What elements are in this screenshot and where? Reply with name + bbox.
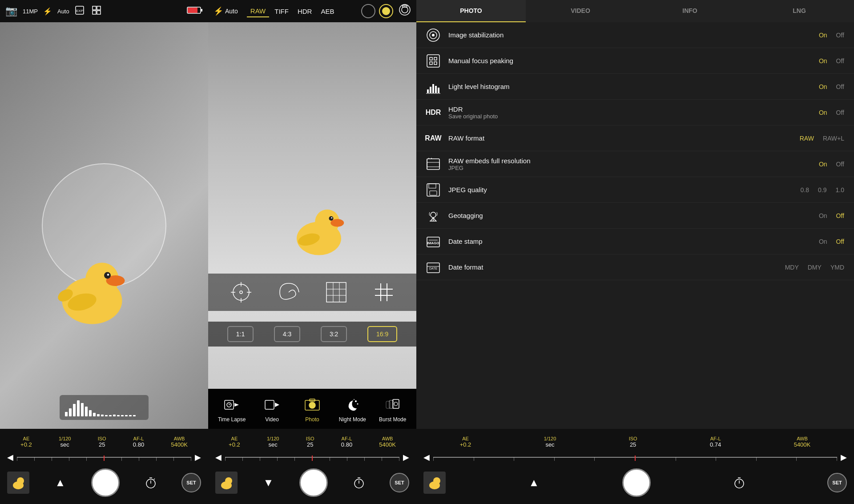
timer-icon[interactable]	[142, 474, 160, 492]
mode-burst[interactable]: Burst Mode	[373, 395, 413, 423]
geotagging-label: Geotagging	[448, 212, 816, 219]
svg-rect-4	[93, 11, 96, 14]
flash-auto-label: Auto	[57, 8, 69, 15]
focus-peaking-off[interactable]: Off	[834, 56, 847, 66]
slider-left-arrow-mid[interactable]: ◀	[215, 452, 222, 462]
date-stamp-off[interactable]: Off	[834, 236, 847, 247]
exposure-slider[interactable]: ◀	[7, 450, 201, 465]
toggle-off[interactable]	[361, 4, 375, 18]
date-ymd[interactable]: YMD	[828, 262, 847, 273]
date-mdy[interactable]: MDY	[782, 262, 802, 273]
tab-lng[interactable]: LNG	[745, 0, 854, 22]
slider-left-arrow[interactable]: ◀	[7, 452, 13, 462]
mode-photo[interactable]: Photo	[292, 395, 332, 423]
tab-video[interactable]: VIDEO	[526, 0, 635, 22]
viewfinder-middle[interactable]: 1:1 4:3 3:2 16:9	[208, 22, 416, 389]
svg-point-18	[17, 477, 24, 484]
focus-peaking-on[interactable]: On	[816, 56, 830, 66]
svg-text:DATE: DATE	[429, 267, 437, 270]
shutter-button-left[interactable]	[91, 468, 120, 497]
flash-icon[interactable]: ⚡	[43, 7, 52, 16]
date-dmy[interactable]: DMY	[805, 262, 824, 273]
grid3x3-icon[interactable]	[323, 279, 350, 306]
ratio-4x3[interactable]: 4:3	[274, 326, 300, 342]
mode-timelapse[interactable]: Time Lapse	[212, 395, 252, 423]
jpeg-q09[interactable]: 0.9	[815, 185, 829, 195]
timer-icon-mid[interactable]	[350, 474, 368, 492]
raw-format-rawl[interactable]: RAW+L	[820, 133, 847, 144]
svg-point-50	[309, 402, 315, 408]
grid2x2-icon[interactable]	[371, 279, 397, 306]
exposure-slider-middle[interactable]: ◀	[215, 450, 409, 465]
geotagging-on[interactable]: On	[816, 210, 830, 221]
mode-night[interactable]: Night Mode	[332, 395, 372, 423]
toggle-on[interactable]	[379, 4, 393, 18]
grid-icon[interactable]	[92, 5, 101, 17]
svg-rect-8	[201, 9, 202, 12]
timelapse-label: Time Lapse	[218, 416, 246, 423]
histogram-label: Light level histogram	[448, 83, 816, 90]
jpeg-q08[interactable]: 0.8	[798, 185, 812, 195]
spiral-icon[interactable]	[275, 279, 302, 306]
jpeg-q10[interactable]: 1.0	[833, 185, 847, 195]
raw-embed-on[interactable]: On	[816, 159, 830, 169]
set-button-middle[interactable]: SET	[390, 473, 409, 492]
awb-stat-mid: AWB 5400K	[379, 436, 396, 448]
tab-info[interactable]: INFO	[635, 0, 745, 22]
format-raw-btn[interactable]: RAW	[247, 5, 269, 17]
histogram-off[interactable]: Off	[834, 81, 847, 92]
slider-track-right[interactable]	[433, 457, 837, 458]
viewfinder-left[interactable]	[0, 22, 208, 429]
ratio-bar: 1:1 4:3 3:2 16:9	[208, 322, 416, 347]
svg-rect-66	[427, 55, 439, 67]
toggle-switch[interactable]	[361, 4, 393, 18]
panel-left: 📷 11MP ⚡ Auto EXP	[0, 0, 208, 504]
hdr-on[interactable]: On	[816, 107, 830, 118]
slider-track[interactable]	[17, 457, 191, 458]
exposure-slider-right[interactable]: ◀	[423, 450, 847, 465]
geotagging-off[interactable]: Off	[834, 210, 847, 221]
focus-peaking-label: Manual focus peaking	[448, 57, 816, 65]
ratio-3x2[interactable]: 3:2	[321, 326, 347, 342]
set-button-right[interactable]: SET	[827, 473, 847, 492]
camera-mode-icon[interactable]: 📷	[5, 5, 17, 17]
svg-point-26	[329, 216, 334, 221]
slider-right-arrow[interactable]: ▶	[195, 452, 201, 462]
timer-icon-right[interactable]	[730, 474, 748, 492]
date-stamp-label: Date stamp	[448, 238, 816, 245]
shutter-stat: 1/120 sec	[59, 436, 71, 448]
svg-rect-58	[386, 401, 390, 408]
chevron-up-icon[interactable]: ▲	[52, 474, 69, 492]
svg-rect-68	[434, 57, 437, 60]
format-aeb-btn[interactable]: AEB	[317, 6, 338, 17]
mode-video[interactable]: Video	[252, 395, 292, 423]
format-hdr-btn[interactable]: HDR	[294, 6, 316, 17]
ratio-1x1[interactable]: 1:1	[227, 326, 254, 342]
stabilization-on[interactable]: On	[816, 30, 830, 40]
raw-format-raw[interactable]: RAW	[797, 133, 817, 144]
slider-right-arrow-mid[interactable]: ▶	[403, 452, 409, 462]
gallery-thumbnail-right[interactable]	[423, 472, 446, 494]
crosshair-icon[interactable]	[228, 279, 254, 306]
slider-right-arrow-right[interactable]: ▶	[841, 452, 847, 462]
date-stamp-on[interactable]: On	[816, 236, 830, 247]
exp-icon[interactable]: EXP	[75, 5, 85, 17]
flash-icon-middle[interactable]: ⚡	[214, 6, 223, 16]
slider-track-mid[interactable]	[225, 457, 399, 458]
chevron-down-icon[interactable]: ▼	[260, 474, 278, 492]
shutter-button-right[interactable]	[622, 468, 651, 497]
ratio-16x9[interactable]: 16:9	[367, 326, 397, 342]
stabilization-off[interactable]: Off	[834, 30, 847, 40]
raw-embed-off[interactable]: Off	[834, 159, 847, 169]
shutter-button-middle[interactable]	[299, 468, 328, 497]
gallery-thumbnail-middle[interactable]	[215, 472, 238, 494]
hdr-off[interactable]: Off	[834, 107, 847, 118]
gallery-thumbnail-left[interactable]	[7, 472, 29, 494]
format-tiff-btn[interactable]: TIFF	[271, 6, 292, 17]
slider-left-arrow-right[interactable]: ◀	[423, 452, 430, 462]
histogram-on[interactable]: On	[816, 81, 830, 92]
camera-capture-icon[interactable]	[399, 4, 411, 19]
set-button-left[interactable]: SET	[181, 473, 201, 492]
tab-photo[interactable]: PHOTO	[416, 0, 526, 22]
chevron-up-icon-right[interactable]: ▲	[525, 474, 543, 492]
